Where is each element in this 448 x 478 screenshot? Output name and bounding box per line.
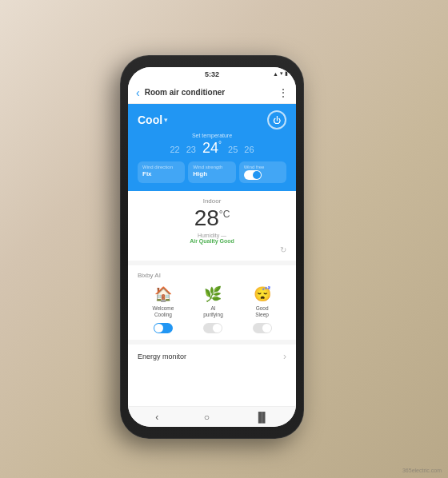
refresh-icon[interactable]: ↻ [138, 245, 286, 254]
toggle-knob [253, 171, 261, 179]
ai-purifying-label: AIpurifying [203, 305, 223, 319]
temp-22[interactable]: 22 [170, 145, 179, 154]
toggle-knob-1 [154, 324, 163, 333]
indoor-air-quality: Air Quality Good [138, 238, 286, 244]
energy-monitor-section[interactable]: Energy monitor › [128, 345, 296, 368]
scene: 5:32 ▲ ▾ ▮ ‹ Room air conditioner ⋮ [0, 0, 448, 478]
battery-icon: ▮ [285, 70, 288, 77]
set-temp-label: Set temperature [138, 133, 286, 138]
mode-row: Cool ▾ ⏻ [138, 110, 286, 129]
welcome-cooling-label: WelcomeCooling [152, 305, 174, 319]
energy-arrow-icon: › [283, 351, 286, 362]
welcome-cooling-toggle[interactable] [154, 323, 173, 333]
indoor-section: Indoor 28°C Humidity — Air Quality Good … [128, 191, 296, 265]
nav-home-button[interactable]: ○ [204, 412, 210, 423]
phone-device: 5:32 ▲ ▾ ▮ ‹ Room air conditioner ⋮ [120, 55, 304, 439]
air-quality-value: Good [220, 238, 234, 244]
temp-23[interactable]: 23 [186, 145, 196, 154]
indoor-temperature: 28°C [138, 206, 286, 231]
phone-screen: 5:32 ▲ ▾ ▮ ‹ Room air conditioner ⋮ [128, 67, 296, 427]
watermark: 365electric.com [402, 468, 442, 473]
top-nav: ‹ Room air conditioner ⋮ [128, 82, 296, 104]
ai-purifying-toggle[interactable] [203, 323, 222, 333]
welcome-cooling-icon: 🏠 [154, 285, 172, 303]
good-sleep-icon: 😴 [254, 285, 271, 303]
bixby-section: Bixby AI 🏠 WelcomeCooling 🌿 AIpurifying [128, 265, 296, 345]
power-button[interactable]: ⏻ [267, 110, 286, 129]
bixby-title: Bixby AI [138, 272, 286, 279]
back-button[interactable]: ‹ [136, 86, 140, 99]
temperature-section: Set temperature 22 23 24° 25 26 [138, 133, 286, 157]
indoor-temp-value: 28 [194, 205, 219, 230]
signal-icon: ▲ [273, 71, 278, 77]
good-sleep-label: GoodSleep [255, 305, 269, 319]
temp-24-active[interactable]: 24° [202, 140, 222, 157]
status-icons: ▲ ▾ ▮ [273, 70, 288, 77]
wind-free-control[interactable]: Wind free [239, 161, 286, 183]
indoor-title: Indoor [138, 197, 286, 205]
mode-selector[interactable]: Cool ▾ [138, 114, 168, 126]
degree-symbol: ° [218, 140, 222, 149]
wind-free-toggle-row [244, 170, 282, 180]
energy-monitor-title: Energy monitor [138, 353, 186, 360]
toggle-knob-2 [213, 324, 222, 333]
wind-free-label: Wind free [244, 165, 282, 169]
bixby-item-welcome-cooling[interactable]: 🏠 WelcomeCooling [152, 285, 174, 333]
wifi-icon: ▾ [280, 70, 283, 77]
bixby-item-ai-purifying[interactable]: 🌿 AIpurifying [203, 285, 223, 333]
mode-label: Cool [138, 114, 162, 126]
ac-header: Cool ▾ ⏻ Set temperature 22 23 24° [128, 104, 296, 191]
status-time: 5:32 [205, 70, 219, 78]
menu-button[interactable]: ⋮ [278, 87, 288, 98]
nav-back-button[interactable]: ‹ [155, 412, 158, 423]
bottom-nav: ‹ ○ ▐▌ [128, 406, 296, 427]
good-sleep-toggle[interactable] [253, 323, 272, 333]
wind-direction-value: Fix [142, 170, 180, 177]
page-title: Room air conditioner [145, 88, 278, 97]
nav-recents-button[interactable]: ▐▌ [255, 412, 269, 423]
indoor-humidity: Humidity — [138, 233, 286, 238]
controls-row: Wind direction Fix Wind strength High Wi… [138, 161, 286, 183]
wind-strength-value: High [193, 170, 230, 177]
wind-direction-label: Wind direction [142, 165, 180, 169]
status-bar: 5:32 ▲ ▾ ▮ [128, 67, 296, 82]
wind-strength-control[interactable]: Wind strength High [188, 161, 235, 183]
air-quality-label: Air Quality [190, 238, 218, 244]
dropdown-icon: ▾ [164, 116, 168, 124]
ai-purifying-icon: 🌿 [204, 285, 222, 303]
temp-25[interactable]: 25 [228, 145, 238, 154]
bixby-item-good-sleep[interactable]: 😴 GoodSleep [253, 285, 272, 333]
wind-direction-control[interactable]: Wind direction Fix [138, 161, 185, 183]
bixby-items: 🏠 WelcomeCooling 🌿 AIpurifying [138, 285, 286, 333]
toggle-knob-3 [262, 324, 271, 333]
temp-row: 22 23 24° 25 26 [138, 140, 286, 157]
power-icon: ⏻ [273, 116, 281, 125]
wind-free-toggle[interactable] [244, 170, 262, 180]
temp-26[interactable]: 26 [244, 145, 254, 154]
wind-strength-label: Wind strength [193, 165, 230, 169]
indoor-temp-unit: °C [219, 209, 230, 220]
